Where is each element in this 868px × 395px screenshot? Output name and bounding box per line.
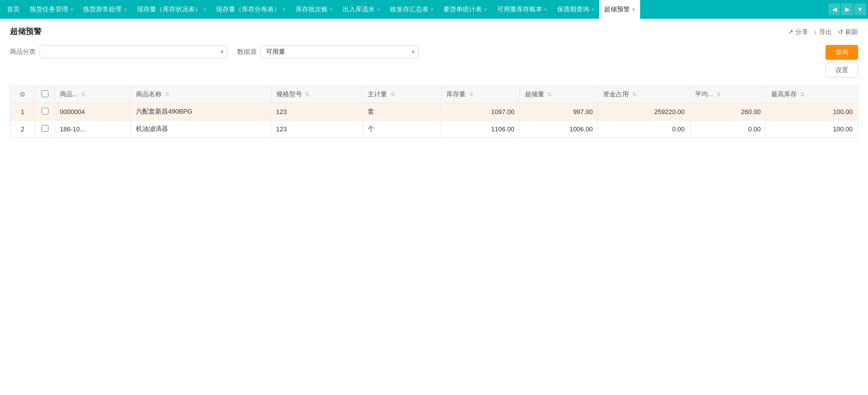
nav-close-inventory-status[interactable]: × [203,6,206,12]
column-settings-button[interactable]: ⚙ [19,90,26,98]
setting-button[interactable]: 设置 [825,63,858,78]
query-button[interactable]: 查询 [825,45,858,60]
sort-capital-icon[interactable]: ⇅ [632,91,637,98]
row-inventory-0: 1097.00 [441,103,520,120]
col-unit: 主计量 ⇅ [363,86,441,103]
nav-item-inventory-status[interactable]: 现存量（库存状况表） × [132,0,211,19]
row-max-stock-0: 100.00 [766,103,858,120]
row-index-0: 1 [10,103,35,120]
nav-item-order-stats[interactable]: 要货单统计表 × [438,0,492,19]
category-filter: 商品分类 [10,45,227,58]
header-actions: ↗ 分享 ↓ 导出 ↺ 刷新 [788,28,859,37]
row-product-name-0: 六配套新昌490BPG [131,103,271,120]
col-product-code: 商品... ⇅ [55,86,131,103]
col-max-stock-label: 最高库存 [771,90,797,98]
col-capital: 资金占用 ⇅ [598,86,690,103]
col-product-name: 商品名称 ⇅ [131,86,271,103]
nav-arrows: ◀ ▶ ▼ [828,3,866,15]
col-overstock: 超储量 ⇅ [520,86,598,103]
row-product-code-1: 186-10... [55,120,131,138]
row-checkbox-cell-1 [35,120,55,138]
nav-close-expiry[interactable]: × [591,6,594,12]
refresh-label: 刷新 [845,28,858,37]
row-unit-0: 套 [363,103,441,120]
nav-close-flow[interactable]: × [377,6,380,12]
nav-item-overstock-warning[interactable]: 超储预警 × [599,0,640,19]
row-capital-1: 0.00 [598,120,690,138]
filter-actions: 查询 设置 [825,45,858,78]
nav-next-button[interactable]: ▶ [841,3,853,15]
datasource-select[interactable]: 可用量 库存量 [260,45,419,58]
row-unit-1: 个 [363,120,441,138]
row-avg-1: 0.00 [690,120,766,138]
share-label: 分享 [795,28,808,37]
nav-more-button[interactable]: ▼ [854,3,866,15]
nav-item-expiry[interactable]: 保质期查询 × [552,0,599,19]
col-inventory: 库存量 ⇅ [441,86,520,103]
nav-item-task-mgmt[interactable]: 拣货任务管理 × [25,0,78,19]
table-head: ⚙ 商品... ⇅ 商品名称 ⇅ 规格型号 ⇅ 主计量 [10,86,858,103]
nav-close-abnormal[interactable]: × [124,6,127,12]
row-overstock-0: 997.00 [520,103,598,120]
main-content: 超储预警 ↗ 分享 ↓ 导出 ↺ 刷新 商品分类 [0,19,868,395]
sort-product-code-icon[interactable]: ⇅ [81,91,86,98]
refresh-button[interactable]: ↺ 刷新 [838,28,858,37]
page-title: 超储预警 [10,27,42,37]
col-max-stock: 最高库存 ⇅ [766,86,858,103]
row-checkbox-cell-0 [35,103,55,120]
col-inventory-label: 库存量 [446,90,466,98]
col-spec: 规格型号 ⇅ [271,86,363,103]
sort-max-stock-icon[interactable]: ⇅ [800,91,805,98]
category-select[interactable] [40,45,227,58]
nav-close-task-mgmt[interactable]: × [70,6,73,12]
export-icon: ↓ [814,28,818,36]
sort-unit-icon[interactable]: ⇅ [391,91,395,98]
nav-close-batch-account[interactable]: × [330,6,333,12]
sort-product-name-icon[interactable]: ⇅ [165,91,170,98]
nav-item-batch-account[interactable]: 库存批次账 × [291,0,338,19]
nav-item-flow[interactable]: 出入库流水 × [338,0,385,19]
row-overstock-1: 1006.00 [520,120,598,138]
nav-item-inventory-dist[interactable]: 现存量（库存分布表） × [211,0,290,19]
col-product-name-label: 商品名称 [136,90,162,98]
datasource-label: 数据源 [237,47,257,56]
nav-close-inventory-dist[interactable]: × [282,6,285,12]
sort-avg-icon[interactable]: ⇅ [716,91,721,98]
nav-item-summary[interactable]: 收发存汇总表 × [385,0,438,19]
category-label: 商品分类 [10,47,36,56]
row-inventory-1: 1106.00 [441,120,520,138]
nav-close-available-account[interactable]: × [544,6,547,12]
sort-inventory-icon[interactable]: ⇅ [469,91,474,98]
table-header-row: ⚙ 商品... ⇅ 商品名称 ⇅ 规格型号 ⇅ 主计量 [10,86,858,103]
nav-prev-button[interactable]: ◀ [828,3,840,15]
row-product-code-0: 0000004 [55,103,131,120]
refresh-icon: ↺ [838,28,843,36]
sort-overstock-icon[interactable]: ⇅ [547,91,552,98]
sort-spec-icon[interactable]: ⇅ [305,91,309,98]
row-max-stock-1: 100.00 [766,120,858,138]
nav-item-home[interactable]: 首页 [2,0,25,19]
col-unit-label: 主计量 [368,90,387,98]
datasource-filter: 数据源 可用量 库存量 [237,45,419,58]
row-checkbox-0[interactable] [42,108,48,115]
col-product-code-label: 商品... [60,90,78,98]
row-spec-1: 123 [271,120,363,138]
row-avg-0: 260.00 [690,103,766,120]
col-checkbox [35,86,55,103]
row-checkbox-1[interactable] [42,125,48,132]
row-spec-0: 123 [271,103,363,120]
nav-item-abnormal[interactable]: 拣货异常处理 × [78,0,131,19]
nav-item-available-account[interactable]: 可用量库存账本 × [492,0,552,19]
export-button[interactable]: ↓ 导出 [814,28,832,37]
datasource-select-wrapper: 可用量 库存量 [260,45,419,58]
select-all-checkbox[interactable] [42,90,48,97]
nav-close-order-stats[interactable]: × [484,6,487,12]
col-settings: ⚙ [10,86,35,103]
export-label: 导出 [819,28,832,37]
share-button[interactable]: ↗ 分享 [788,28,808,37]
col-spec-label: 规格型号 [276,90,302,98]
nav-close-overstock-warning[interactable]: × [632,6,635,12]
table-row: 1 0000004 六配套新昌490BPG 123 套 1097.00 997.… [10,103,858,120]
top-nav: 首页拣货任务管理 ×拣货异常处理 ×现存量（库存状况表） ×现存量（库存分布表）… [0,0,868,19]
nav-close-summary[interactable]: × [431,6,434,12]
